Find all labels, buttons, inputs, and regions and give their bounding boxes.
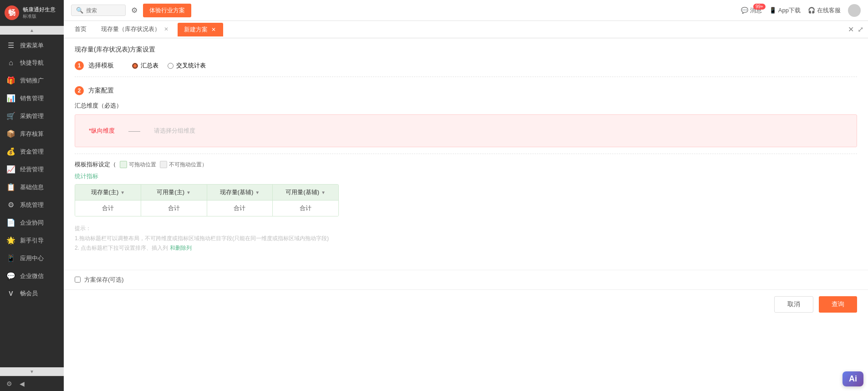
section-config-title: 方案配置 xyxy=(88,87,114,95)
marketing-icon: 🎁 xyxy=(6,76,15,85)
save-checkbox-label[interactable]: 方案保存(可选) xyxy=(84,276,124,284)
indicator-col-2-label: 可用量(主) xyxy=(157,188,184,196)
topbar-actions: 💬 消息 99+ 📱 App下载 🎧 在线客服 xyxy=(741,4,861,17)
tab-new-scheme[interactable]: 新建方案 ✕ xyxy=(178,23,223,36)
cancel-button[interactable]: 取消 xyxy=(774,296,813,313)
step-badge-2: 2 xyxy=(75,86,84,95)
ai-badge[interactable]: Ai xyxy=(842,371,863,386)
section-template-header: 1 选择模板 汇总表 交叉统计表 xyxy=(75,61,857,70)
indicator-col-1[interactable]: 现存量(主) ▼ xyxy=(75,185,141,200)
indicator-table-row-1: 合计 合计 合计 合计 xyxy=(75,200,338,216)
tab-new-scheme-close[interactable]: ✕ xyxy=(210,26,217,33)
tab-home[interactable]: 首页 xyxy=(68,22,93,37)
indicator-table-header: 现存量(主) ▼ 可用量(主) ▼ 现存量(基辅) ▼ xyxy=(75,185,338,200)
sidebar-item-basic-info[interactable]: 📋 基础信息 xyxy=(0,178,64,196)
user-avatar[interactable] xyxy=(848,4,861,17)
sidebar-item-new-guide-label: 新手引导 xyxy=(20,237,44,245)
sidebar-footer: ⚙ ◀ xyxy=(0,376,64,391)
basic-info-icon: 📋 xyxy=(6,183,15,191)
sidebar-item-system[interactable]: ⚙ 系统管理 xyxy=(0,196,64,214)
indicator-col-2-arrow[interactable]: ▼ xyxy=(186,190,191,195)
search-input[interactable] xyxy=(86,7,123,14)
tab-home-label: 首页 xyxy=(75,25,87,33)
sidebar-item-member-label: 畅会员 xyxy=(20,289,38,298)
sidebar-item-agreement[interactable]: 📄 企业协同 xyxy=(0,214,64,232)
section-template-title: 选择模板 xyxy=(88,62,114,70)
topbar-gear-button[interactable]: ⚙ xyxy=(131,6,138,15)
save-checkbox[interactable] xyxy=(75,277,81,283)
template-options: 汇总表 交叉统计表 xyxy=(132,62,206,70)
sidebar-scroll-up[interactable]: ▲ xyxy=(0,26,64,35)
window-close-button[interactable]: ✕ xyxy=(848,25,854,34)
legend-draggable: 可拖动位置 xyxy=(120,161,156,169)
tip-2: 2. 点击标题栏下拉可设置排序、插入列 和删除列 xyxy=(75,243,857,253)
radio-cross-input[interactable] xyxy=(168,63,174,69)
dimension-label: 汇总维度（必选） xyxy=(75,102,857,110)
sidebar-item-app-center[interactable]: 📱 应用中心 xyxy=(0,249,64,267)
section-divider-2 xyxy=(75,154,857,154)
sidebar-settings-button[interactable]: ⚙ xyxy=(6,380,12,387)
sidebar-item-search-menu-label: 搜索菜单 xyxy=(20,41,44,50)
content: 现存量(库存状况表)方案设置 1 选择模板 汇总表 交叉统计表 xyxy=(64,38,868,270)
legend-fixed-text: 不可拖动位置） xyxy=(169,161,207,169)
agreement-icon: 📄 xyxy=(6,218,15,227)
indicator-settings-label: 模板指标设定（ 可拖动位置 不可拖动位置） xyxy=(75,160,857,169)
sidebar-item-marketing[interactable]: 🎁 营销推广 xyxy=(0,72,64,89)
radio-summary-input[interactable] xyxy=(132,63,138,69)
sales-icon: 📊 xyxy=(6,94,15,103)
finance-icon: 💰 xyxy=(6,147,15,156)
sidebar-item-inventory[interactable]: 📦 库存核算 xyxy=(0,125,64,143)
tab-inventory-status-close[interactable]: ✕ xyxy=(163,26,169,32)
sidebar-item-agreement-label: 企业协同 xyxy=(20,219,44,227)
app-download-button[interactable]: 📱 App下载 xyxy=(769,6,801,15)
purchase-icon: 🛒 xyxy=(6,112,15,120)
trial-button[interactable]: 体验行业方案 xyxy=(143,4,191,17)
sidebar-item-operations[interactable]: 📈 经营管理 xyxy=(0,160,64,178)
indicator-col-3-arrow[interactable]: ▼ xyxy=(255,190,260,195)
indicator-col-4[interactable]: 可用量(基辅) ▼ xyxy=(273,185,338,200)
query-button[interactable]: 查询 xyxy=(819,296,857,313)
indicator-col-2[interactable]: 可用量(主) ▼ xyxy=(141,185,207,200)
section-template: 1 选择模板 汇总表 交叉统计表 xyxy=(75,61,857,77)
sidebar-item-quick-nav[interactable]: ⌂ 快捷导航 xyxy=(0,54,64,72)
message-button[interactable]: 💬 消息 99+ xyxy=(741,6,762,15)
message-badge: 99+ xyxy=(753,4,766,10)
dimension-required-box: *纵向维度 —— 请选择分组维度 xyxy=(75,114,857,147)
radio-summary[interactable]: 汇总表 xyxy=(132,62,158,70)
new-guide-icon: 🌟 xyxy=(6,236,15,245)
sidebar-item-new-guide[interactable]: 🌟 新手引导 xyxy=(0,232,64,249)
system-icon: ⚙ xyxy=(6,201,15,209)
indicator-col-1-arrow[interactable]: ▼ xyxy=(120,190,125,195)
sidebar-item-sales[interactable]: 📊 销售管理 xyxy=(0,89,64,107)
radio-cross[interactable]: 交叉统计表 xyxy=(168,62,206,70)
sidebar-item-finance[interactable]: 💰 资金管理 xyxy=(0,143,64,160)
online-service-button[interactable]: 🎧 在线客服 xyxy=(808,6,841,15)
sidebar-audio-button[interactable]: ◀ xyxy=(20,380,25,387)
tip-1-text: 1.拖动标题栏可以调整布局，不可跨维度或指标区域拖动栏目字段(只能在同一维度或指… xyxy=(75,235,329,242)
tab-inventory-status[interactable]: 现存量（库存状况表） ✕ xyxy=(95,22,176,37)
search-menu-icon: ☰ xyxy=(6,41,15,50)
window-expand-button[interactable]: ⤢ xyxy=(858,25,863,34)
sidebar: 畅 畅康通好生意 标准版 ▲ ☰ 搜索菜单 ⌂ 快捷导航 🎁 营销推广 📊 销售… xyxy=(0,0,64,391)
indicator-cell-1-1: 合计 xyxy=(75,201,141,216)
sidebar-nav: ☰ 搜索菜单 ⌂ 快捷导航 🎁 营销推广 📊 销售管理 🛒 采购管理 📦 库存核… xyxy=(0,35,64,367)
brand-logo: 畅 xyxy=(5,5,19,20)
indicator-col-3[interactable]: 现存量(基辅) ▼ xyxy=(207,185,273,200)
dimension-placeholder: 请选择分组维度 xyxy=(154,127,195,135)
save-section: 方案保存(可选) xyxy=(64,270,868,289)
search-box[interactable]: 🔍 xyxy=(71,5,126,16)
app-download-icon: 📱 xyxy=(769,7,776,14)
sidebar-item-basic-info-label: 基础信息 xyxy=(20,183,44,191)
indicator-col-4-arrow[interactable]: ▼ xyxy=(321,190,326,195)
sidebar-item-search-menu[interactable]: ☰ 搜索菜单 xyxy=(0,36,64,54)
app-download-label: App下载 xyxy=(778,6,801,15)
indicator-col-1-label: 现存量(主) xyxy=(91,188,119,196)
sidebar-scroll-down[interactable]: ▼ xyxy=(0,367,64,376)
sidebar-item-purchase[interactable]: 🛒 采购管理 xyxy=(0,107,64,125)
sidebar-item-member[interactable]: V 畅会员 xyxy=(0,285,64,302)
stats-indicator-title: 统计指标 xyxy=(75,172,857,180)
indicator-settings-text: 模板指标设定（ xyxy=(75,160,116,169)
ai-badge-label: Ai xyxy=(849,374,857,383)
tips-title: 提示： xyxy=(75,225,91,232)
sidebar-item-wechat[interactable]: 💬 企业微信 xyxy=(0,267,64,285)
